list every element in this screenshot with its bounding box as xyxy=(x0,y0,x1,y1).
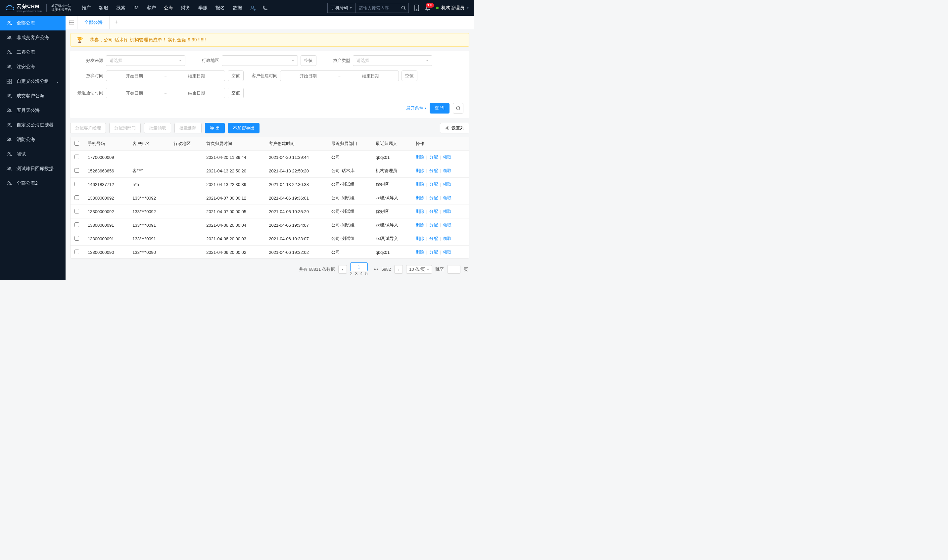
nav-item-5[interactable]: 公海 xyxy=(164,5,173,11)
abandon-start-date[interactable] xyxy=(106,74,162,78)
abandon-end-date[interactable] xyxy=(169,74,225,78)
row-checkbox[interactable] xyxy=(74,155,79,159)
tab-all-public[interactable]: 全部公海 xyxy=(77,16,109,29)
row-delete-button[interactable]: 删除 xyxy=(416,236,424,241)
select-all-checkbox[interactable] xyxy=(74,141,79,146)
filter-region-select[interactable] xyxy=(222,55,298,66)
phone-icon[interactable] xyxy=(262,5,268,11)
sidebar-item-6[interactable]: 五月天公海 xyxy=(0,103,66,118)
sidebar-item-8[interactable]: 消防公海 xyxy=(0,132,66,147)
page-jump-input[interactable] xyxy=(447,265,460,274)
sidebar-item-9[interactable]: 测试 xyxy=(0,147,66,162)
lastcall-empty-button[interactable]: 空值 xyxy=(228,88,244,98)
row-checkbox[interactable] xyxy=(74,222,79,227)
tab-toggle-button[interactable] xyxy=(66,16,77,29)
sidebar-item-7[interactable]: 自定义公海过滤器 xyxy=(0,118,66,132)
row-delete-button[interactable]: 删除 xyxy=(416,209,424,214)
row-claim-button[interactable]: 领取 xyxy=(443,236,451,241)
refresh-button[interactable] xyxy=(453,103,463,114)
filter-abandon-type-select[interactable]: 请选择 xyxy=(353,55,432,66)
query-button[interactable]: 查 询 xyxy=(429,103,449,114)
lastcall-end-date[interactable] xyxy=(169,91,225,95)
search-button[interactable] xyxy=(399,3,408,12)
filter-source-select[interactable]: 请选择 xyxy=(106,55,185,66)
row-checkbox[interactable] xyxy=(74,168,79,173)
notifications-button[interactable]: 99+ xyxy=(425,5,431,11)
sidebar-item-5[interactable]: 成交客户公海 xyxy=(0,89,66,103)
row-claim-button[interactable]: 领取 xyxy=(443,168,451,173)
sidebar-item-2[interactable]: 二咨公海 xyxy=(0,45,66,60)
page-number-button[interactable]: 3 xyxy=(355,271,357,276)
page-number-button[interactable]: 1 xyxy=(350,263,368,271)
nav-item-6[interactable]: 财务 xyxy=(181,5,190,11)
create-time-range[interactable]: ~ xyxy=(280,71,399,81)
sidebar-item-3[interactable]: 注安公海 xyxy=(0,60,66,74)
sidebar-item-10[interactable]: 测试昨日回库数据 xyxy=(0,162,66,176)
last-page-button[interactable]: 6882 xyxy=(381,267,391,272)
user-menu[interactable]: 机构管理员 ▾ xyxy=(436,5,469,11)
lastcall-start-date[interactable] xyxy=(106,91,162,95)
row-delete-button[interactable]: 删除 xyxy=(416,155,424,160)
batch-delete-button[interactable]: 批量删除 xyxy=(174,123,202,133)
search-type-select[interactable]: 手机号码 ▾ xyxy=(328,3,356,12)
assign-dept-button[interactable]: 分配到部门 xyxy=(109,123,141,133)
mobile-icon[interactable] xyxy=(414,5,419,11)
nav-item-9[interactable]: 数据 xyxy=(233,5,242,11)
batch-claim-button[interactable]: 批量领取 xyxy=(144,123,171,133)
page-number-button[interactable]: 2 xyxy=(350,271,352,276)
row-delete-button[interactable]: 删除 xyxy=(416,249,424,254)
nav-item-0[interactable]: 推广 xyxy=(82,5,91,11)
row-delete-button[interactable]: 删除 xyxy=(416,182,424,187)
row-checkbox[interactable] xyxy=(74,182,79,186)
lastcall-time-range[interactable]: ~ xyxy=(106,88,225,98)
row-checkbox[interactable] xyxy=(74,195,79,200)
row-claim-button[interactable]: 领取 xyxy=(443,195,451,200)
row-assign-button[interactable]: 分配 xyxy=(429,155,438,160)
create-start-date[interactable] xyxy=(280,74,336,78)
assign-manager-button[interactable]: 分配客户经理 xyxy=(70,123,106,133)
row-checkbox[interactable] xyxy=(74,209,79,214)
row-delete-button[interactable]: 删除 xyxy=(416,168,424,173)
row-assign-button[interactable]: 分配 xyxy=(429,195,438,200)
set-columns-button[interactable]: 设置列 xyxy=(440,123,469,133)
export-plain-button[interactable]: 不加密导出 xyxy=(228,123,260,133)
page-number-button[interactable]: 4 xyxy=(360,271,362,276)
sidebar-item-11[interactable]: 全部公海2 xyxy=(0,176,66,191)
row-delete-button[interactable]: 删除 xyxy=(416,222,424,228)
user-add-icon[interactable] xyxy=(250,5,256,11)
row-assign-button[interactable]: 分配 xyxy=(429,182,438,187)
nav-item-2[interactable]: 线索 xyxy=(116,5,125,11)
logo[interactable]: 云朵CRM www.yunduocrm.com 教育机构一站 式服务云平台 xyxy=(5,3,71,12)
create-end-date[interactable] xyxy=(343,74,399,78)
row-assign-button[interactable]: 分配 xyxy=(429,222,438,228)
sidebar-item-4[interactable]: 自定义公海分组⌄ xyxy=(0,74,66,89)
expand-filters-button[interactable]: 展开条件 ▾ xyxy=(406,105,426,111)
row-assign-button[interactable]: 分配 xyxy=(429,209,438,214)
sidebar-item-0[interactable]: 全部公海 xyxy=(0,16,66,31)
row-assign-button[interactable]: 分配 xyxy=(429,236,438,241)
row-claim-button[interactable]: 领取 xyxy=(443,155,451,160)
nav-item-8[interactable]: 报名 xyxy=(215,5,225,11)
search-input[interactable] xyxy=(356,3,399,12)
prev-page-button[interactable]: ‹ xyxy=(338,265,347,274)
region-empty-button[interactable]: 空值 xyxy=(300,55,317,66)
tab-add-button[interactable]: + xyxy=(109,16,123,29)
row-claim-button[interactable]: 领取 xyxy=(443,182,451,187)
row-delete-button[interactable]: 删除 xyxy=(416,195,424,200)
page-size-select[interactable]: 10 条/页 xyxy=(406,265,432,274)
sidebar-item-1[interactable]: 非成交客户公海 xyxy=(0,31,66,45)
row-claim-button[interactable]: 领取 xyxy=(443,209,451,214)
row-checkbox[interactable] xyxy=(74,236,79,241)
create-empty-button[interactable]: 空值 xyxy=(402,71,417,81)
row-checkbox[interactable] xyxy=(74,249,79,254)
row-claim-button[interactable]: 领取 xyxy=(443,222,451,228)
export-button[interactable]: 导 出 xyxy=(205,123,225,133)
row-claim-button[interactable]: 领取 xyxy=(443,249,451,254)
next-page-button[interactable]: › xyxy=(394,265,403,274)
nav-item-7[interactable]: 学服 xyxy=(198,5,208,11)
row-assign-button[interactable]: 分配 xyxy=(429,168,438,173)
nav-item-3[interactable]: IM xyxy=(133,5,139,11)
abandon-empty-button[interactable]: 空值 xyxy=(228,71,244,81)
page-number-button[interactable]: 5 xyxy=(365,271,368,276)
abandon-time-range[interactable]: ~ xyxy=(106,71,225,81)
